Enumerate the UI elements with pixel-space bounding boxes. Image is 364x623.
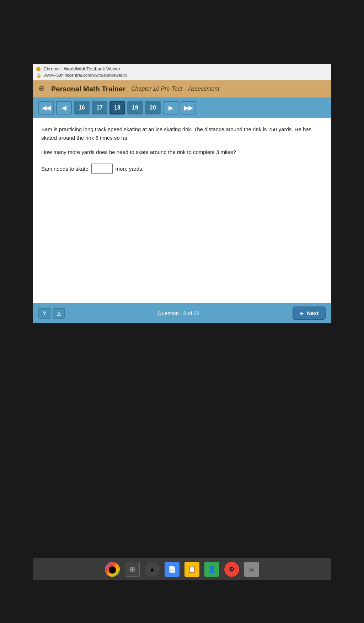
- next-arrow-icon: ►: [300, 310, 305, 316]
- alert-icon: △: [57, 310, 61, 316]
- next-page-button[interactable]: ▶: [163, 101, 178, 115]
- lock-icon: 🔒: [36, 73, 42, 78]
- page-19-button[interactable]: 19: [127, 101, 143, 115]
- help-button[interactable]: ?: [38, 308, 50, 319]
- footer-left-buttons: ? △: [38, 308, 65, 319]
- chapter-title: Chapter 10 Pre-Test – Assessment: [131, 86, 219, 92]
- taskbar-chrome-icon[interactable]: ⬤: [105, 562, 120, 577]
- app-title: Personal Math Trainer: [51, 85, 125, 93]
- taskbar-settings-icon[interactable]: ⚙: [224, 562, 239, 577]
- taskbar-apps-icon[interactable]: ⊞: [125, 562, 140, 577]
- logo-icon: ⊕: [38, 84, 48, 94]
- taskbar-keep-icon[interactable]: 📋: [184, 562, 199, 577]
- answer-line: Sam needs to skate more yards.: [41, 164, 323, 174]
- page-17-button[interactable]: 17: [92, 101, 107, 115]
- question-counter: Question 18 of 22: [157, 310, 199, 316]
- first-page-button[interactable]: ◀◀: [38, 101, 54, 115]
- last-page-button[interactable]: ▶▶: [181, 101, 196, 115]
- answer-input[interactable]: [91, 164, 113, 174]
- page-18-button[interactable]: 18: [109, 101, 125, 115]
- page-16-button[interactable]: 16: [74, 101, 90, 115]
- answer-prefix: Sam needs to skate: [41, 166, 89, 172]
- problem-text: Sam is practicing long track speed skati…: [41, 125, 323, 142]
- question-prompt: How many more yards does he need to skat…: [41, 148, 323, 156]
- next-label: Next: [307, 310, 318, 316]
- prev-page-button[interactable]: ◀: [56, 101, 72, 115]
- browser-bar: Chrome - WorldWideTestbank Viewer 🔒 www-…: [33, 64, 331, 80]
- browser-url-row: 🔒 www-k6.thinkcentral.com/wwtb/api/viewe…: [36, 73, 328, 78]
- taskbar: ⬤ ⊞ ▲ 📄 📋 👤 ⚙ ▣: [33, 558, 331, 580]
- taskbar-contacts-icon[interactable]: 👤: [204, 562, 219, 577]
- app-header: ⊕ Personal Math Trainer Chapter 10 Pre-T…: [33, 80, 331, 97]
- question-container: Sam is practicing long track speed skati…: [33, 118, 331, 303]
- browser-title: Chrome - WorldWideTestbank Viewer: [43, 66, 120, 71]
- taskbar-drive-icon[interactable]: ▲: [145, 562, 160, 577]
- browser-dot: [36, 67, 41, 71]
- answer-suffix: more yards.: [116, 166, 144, 172]
- alert-button[interactable]: △: [53, 308, 65, 319]
- page-20-button[interactable]: 20: [145, 101, 161, 115]
- taskbar-docs-icon[interactable]: 📄: [165, 562, 180, 577]
- help-icon: ?: [43, 310, 46, 316]
- next-button[interactable]: ► Next: [293, 307, 326, 320]
- footer-bar: ? △ Question 18 of 22 ► Next: [33, 303, 331, 323]
- taskbar-other-icon[interactable]: ▣: [244, 562, 259, 577]
- browser-url: www-k6.thinkcentral.com/wwtb/api/viewer.…: [44, 73, 127, 78]
- app-logo-area: ⊕ Personal Math Trainer: [38, 84, 125, 94]
- browser-title-row: Chrome - WorldWideTestbank Viewer: [36, 66, 328, 71]
- nav-bar: ◀◀ ◀ 16 17 18 19 20 ▶ ▶▶: [33, 97, 331, 118]
